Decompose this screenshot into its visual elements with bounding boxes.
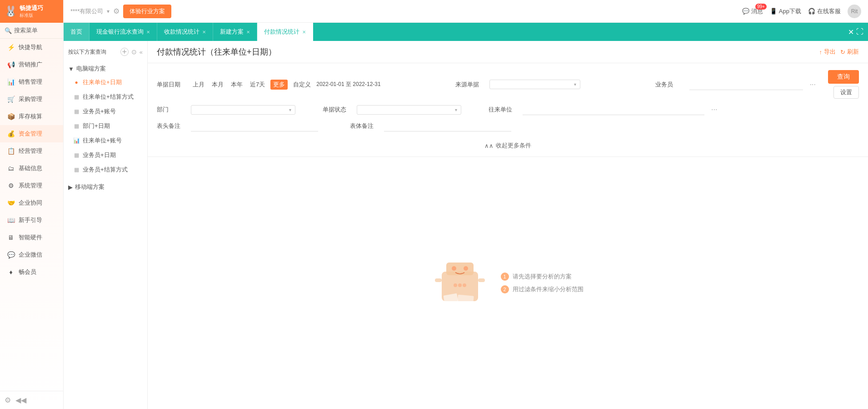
- footer-settings-icon[interactable]: ⚙: [5, 396, 11, 404]
- app-download-action[interactable]: 📱 App下载: [770, 7, 801, 15]
- tab-new-scheme[interactable]: 新建方案 ✕: [213, 23, 257, 41]
- tab-home-label: 首页: [70, 28, 82, 36]
- scheme-item-active-icon: ●: [73, 79, 80, 86]
- scheme-pc-group-title[interactable]: ▼ 电脑端方案: [64, 62, 147, 75]
- date-range-display: 2022-01-01 至 2022-12-31: [316, 81, 380, 88]
- filter-area: 单据日期 上月 本月 本年 近7天 更多 自定义 2022-01-01 至 20…: [148, 63, 868, 157]
- user-avatar[interactable]: Rit: [848, 5, 861, 18]
- sidebar-footer: ⚙ ◀◀: [0, 391, 63, 409]
- export-button[interactable]: ↑ 导出: [819, 48, 836, 56]
- sidebar-item-smart-hw[interactable]: 🖥 智能硬件: [0, 229, 63, 246]
- date-option-more[interactable]: 更多: [270, 80, 288, 90]
- date-option-custom[interactable]: 自定义: [291, 80, 313, 90]
- tab-bank-flow-close[interactable]: ✕: [146, 30, 150, 35]
- sidebar-logo: 🐰 畅捷通巧 标准版: [0, 0, 63, 23]
- sidebar-item-basic-info[interactable]: 🗂 基础信息: [0, 160, 63, 177]
- salesman-input[interactable]: [689, 79, 803, 90]
- sidebar-item-label: 系统管理: [19, 182, 42, 190]
- scheme-pc-group-label: 电脑端方案: [76, 65, 106, 73]
- company-name: ****有限公司: [70, 7, 103, 15]
- query-button[interactable]: 查询: [828, 70, 859, 84]
- tab-expand-icon[interactable]: ⛶: [856, 28, 863, 36]
- scheme-item-partner-account[interactable]: 📊 往来单位+账号: [64, 133, 147, 148]
- sidebar-item-operation[interactable]: 📋 经营管理: [0, 142, 63, 160]
- header-settings-icon[interactable]: ⚙: [113, 7, 120, 15]
- sidebar-item-wechat[interactable]: 💬 企业微信: [0, 246, 63, 263]
- scheme-add-icon[interactable]: +: [120, 48, 129, 56]
- sidebar-item-sales[interactable]: 📊 销售管理: [0, 73, 63, 91]
- message-badge: 99+: [755, 4, 767, 10]
- sidebar-item-finance[interactable]: 💰 资金管理: [0, 125, 63, 142]
- header-note-input[interactable]: [191, 121, 318, 131]
- logo-icon: 🐰: [5, 5, 17, 17]
- sidebar-item-label: 经营管理: [19, 147, 42, 155]
- scheme-item-icon: ▦: [73, 166, 80, 173]
- tab-payment-stat2[interactable]: 付款情况统计 ✕: [257, 23, 313, 41]
- sidebar-search[interactable]: 🔍 搜索菜单: [0, 23, 63, 39]
- tab-close-all-icon[interactable]: ✕: [848, 28, 854, 36]
- tab-home[interactable]: 首页: [64, 23, 90, 41]
- scheme-collapse-icon[interactable]: «: [140, 49, 143, 56]
- system-icon: ⚙: [7, 182, 15, 190]
- sidebar-item-guide[interactable]: 📖 新手引导: [0, 212, 63, 229]
- message-action[interactable]: 💬 消息 99+: [742, 7, 763, 15]
- tab-new-scheme-close[interactable]: ✕: [246, 30, 250, 35]
- sidebar-item-label: 畅会员: [19, 268, 36, 276]
- scheme-item-partner-settle[interactable]: ▦ 往来单位+结算方式: [64, 90, 147, 104]
- sidebar-item-label: 企业协同: [19, 199, 42, 207]
- member-icon: ♦: [7, 268, 15, 276]
- scheme-settings-icon[interactable]: ⊙: [131, 48, 137, 56]
- company-dropdown-arrow[interactable]: ▾: [107, 8, 110, 15]
- sidebar-item-purchase[interactable]: 🛒 采购管理: [0, 91, 63, 108]
- empty-state: 1 请先选择要分析的方案 2 用过滤条件来缩小分析范围: [148, 157, 868, 409]
- collapse-button[interactable]: ∧∧ 收起更多条件: [484, 141, 531, 150]
- sidebar-item-enterprise[interactable]: 🤝 企业协同: [0, 194, 63, 212]
- tab-bar: 首页 现金银行流水查询 ✕ 收款情况统计 ✕ 新建方案 ✕ 付款情况统计 ✕ ✕…: [64, 23, 868, 41]
- tab-payment-stat-close[interactable]: ✕: [202, 30, 206, 35]
- svg-point-5: [458, 283, 462, 287]
- export-icon: ↑: [819, 49, 823, 56]
- sidebar-item-marketing[interactable]: 📢 营销推广: [0, 56, 63, 73]
- scheme-item-salesman-account[interactable]: ▦ 业务员+账号: [64, 104, 147, 119]
- trial-button[interactable]: 体验行业方案: [123, 5, 171, 18]
- settings-button[interactable]: 设置: [833, 86, 859, 99]
- tab-bank-flow[interactable]: 现金银行流水查询 ✕: [90, 23, 157, 41]
- date-option-7days[interactable]: 近7天: [248, 80, 267, 90]
- scheme-item-icon: ▦: [73, 93, 80, 101]
- service-icon: 🎧: [808, 8, 815, 15]
- sidebar-item-member[interactable]: ♦ 畅会员: [0, 263, 63, 281]
- collapse-bar: ∧∧ 收起更多条件: [157, 137, 859, 150]
- salesman-dots[interactable]: ···: [810, 81, 816, 89]
- sidebar-item-inventory[interactable]: 📦 库存核算: [0, 108, 63, 125]
- refresh-button[interactable]: ↻ 刷新: [840, 48, 859, 56]
- empty-messages: 1 请先选择要分析的方案 2 用过滤条件来缩小分析范围: [501, 273, 584, 293]
- tab-payment-stat2-close[interactable]: ✕: [302, 30, 306, 35]
- top-header: ****有限公司 ▾ ⚙ 体验行业方案 💬 消息 99+ 📱 App下载 🎧 在…: [64, 0, 868, 23]
- service-action[interactable]: 🎧 在线客服: [808, 7, 841, 15]
- scheme-item-dept-date[interactable]: ▦ 部门+日期: [64, 119, 147, 133]
- scheme-item-salesman-date[interactable]: ▦ 业务员+日期: [64, 148, 147, 162]
- sidebar-item-system[interactable]: ⚙ 系统管理: [0, 177, 63, 194]
- scheme-header-actions: + ⊙ «: [120, 48, 143, 56]
- tab-payment-stat[interactable]: 收款情况统计 ✕: [157, 23, 213, 41]
- page-actions: ↑ 导出 ↻ 刷新: [819, 48, 859, 56]
- right-query-area: 查询 设置: [823, 70, 859, 99]
- body-note-input[interactable]: [384, 121, 511, 131]
- date-option-last-month[interactable]: 上月: [191, 80, 206, 90]
- partner-dots[interactable]: ···: [711, 106, 717, 114]
- operation-icon: 📋: [7, 147, 15, 155]
- footer-collapse-icon[interactable]: ◀◀: [15, 396, 26, 404]
- scheme-mobile-group-title[interactable]: ▶ 移动端方案: [64, 181, 147, 193]
- scheme-item-partner-date[interactable]: ● 往来单位+日期: [64, 75, 147, 90]
- source-select[interactable]: ▾: [489, 80, 580, 89]
- tab-bank-flow-label: 现金银行流水查询: [96, 28, 144, 36]
- scheme-item-salesman-settle[interactable]: ▦ 业务员+结算方式: [64, 162, 147, 177]
- voucher-status-select[interactable]: ▾: [357, 105, 461, 115]
- partner-input[interactable]: [523, 104, 704, 115]
- sidebar-item-label: 采购管理: [19, 95, 42, 103]
- sidebar-item-quick-nav[interactable]: ⚡ 快捷导航: [0, 39, 63, 56]
- dept-select[interactable]: ▾: [191, 105, 295, 115]
- date-option-this-year[interactable]: 本年: [229, 80, 244, 90]
- sidebar-item-label: 销售管理: [19, 78, 42, 86]
- date-option-this-month[interactable]: 本月: [210, 80, 225, 90]
